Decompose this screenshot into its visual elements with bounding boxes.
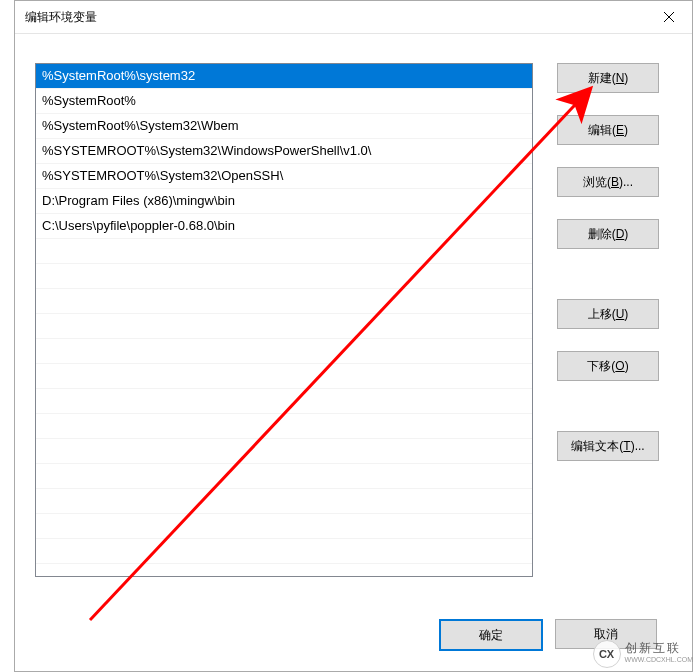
side-buttons: 新建(N) 编辑(E) 浏览(B)... 删除(D) 上移(U) 下移(O) 编… <box>557 63 675 483</box>
list-item[interactable]: %SYSTEMROOT%\System32\OpenSSH\ <box>36 164 532 189</box>
list-item-empty[interactable] <box>36 439 532 464</box>
list-item[interactable]: %SYSTEMROOT%\System32\WindowsPowerShell\… <box>36 139 532 164</box>
background-strip <box>0 0 15 672</box>
browse-button[interactable]: 浏览(B)... <box>557 167 659 197</box>
button-gap <box>557 403 675 431</box>
list-item-empty[interactable] <box>36 339 532 364</box>
list-item-empty[interactable] <box>36 289 532 314</box>
edit-env-var-dialog: 编辑环境变量 %SystemRoot%\system32 %SystemRoot… <box>14 0 693 672</box>
list-item-empty[interactable] <box>36 489 532 514</box>
list-item-empty[interactable] <box>36 314 532 339</box>
list-item-empty[interactable] <box>36 539 532 564</box>
new-button[interactable]: 新建(N) <box>557 63 659 93</box>
close-icon <box>664 12 674 22</box>
list-item[interactable]: D:\Program Files (x86)\mingw\bin <box>36 189 532 214</box>
watermark: CX 创新互联 WWW.CDCXHL.COM <box>593 640 693 668</box>
button-gap <box>557 271 675 299</box>
edit-button[interactable]: 编辑(E) <box>557 115 659 145</box>
list-item[interactable]: %SystemRoot%\system32 <box>36 64 532 89</box>
path-listbox[interactable]: %SystemRoot%\system32 %SystemRoot% %Syst… <box>35 63 533 577</box>
list-item-empty[interactable] <box>36 514 532 539</box>
list-item[interactable]: %SystemRoot% <box>36 89 532 114</box>
list-item-empty[interactable] <box>36 564 532 577</box>
window-title: 编辑环境变量 <box>25 9 97 26</box>
watermark-logo: CX <box>593 640 621 668</box>
delete-button[interactable]: 删除(D) <box>557 219 659 249</box>
titlebar: 编辑环境变量 <box>15 1 692 34</box>
list-item-empty[interactable] <box>36 264 532 289</box>
edit-text-button[interactable]: 编辑文本(T)... <box>557 431 659 461</box>
close-button[interactable] <box>646 1 692 33</box>
move-up-button[interactable]: 上移(U) <box>557 299 659 329</box>
ok-button[interactable]: 确定 <box>439 619 543 651</box>
watermark-text: 创新互联 WWW.CDCXHL.COM <box>625 643 693 665</box>
list-item-empty[interactable] <box>36 364 532 389</box>
list-item-empty[interactable] <box>36 464 532 489</box>
list-item[interactable]: C:\Users\pyfile\poppler-0.68.0\bin <box>36 214 532 239</box>
list-item-empty[interactable] <box>36 414 532 439</box>
move-down-button[interactable]: 下移(O) <box>557 351 659 381</box>
dialog-footer: 确定 取消 <box>15 603 692 671</box>
list-item-empty[interactable] <box>36 239 532 264</box>
list-item-empty[interactable] <box>36 389 532 414</box>
list-item[interactable]: %SystemRoot%\System32\Wbem <box>36 114 532 139</box>
dialog-content: %SystemRoot%\system32 %SystemRoot% %Syst… <box>15 33 692 671</box>
